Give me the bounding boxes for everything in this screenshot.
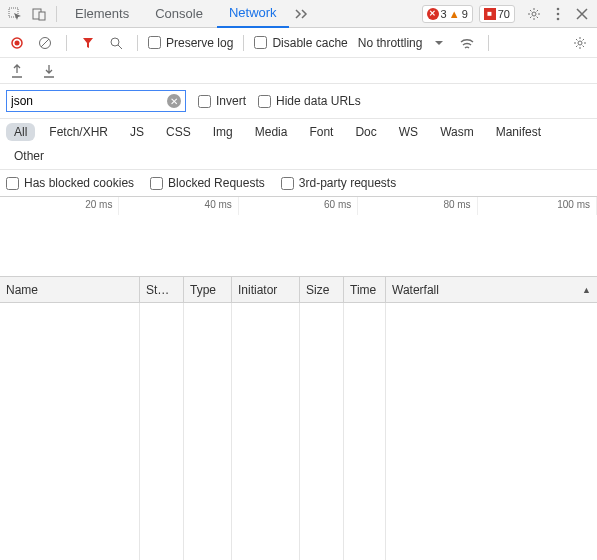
disable-cache-checkbox[interactable]: Disable cache: [254, 36, 347, 50]
type-font[interactable]: Font: [301, 123, 341, 141]
filter-bar: ✕ Invert Hide data URLs: [0, 84, 597, 119]
svg-point-6: [557, 17, 560, 20]
network-settings-icon[interactable]: [569, 32, 591, 54]
tab-elements[interactable]: Elements: [63, 0, 141, 28]
svg-line-10: [41, 39, 49, 47]
svg-line-12: [118, 45, 122, 49]
throttling-dropdown-icon[interactable]: [428, 32, 450, 54]
tab-console[interactable]: Console: [143, 0, 215, 28]
record-icon[interactable]: [6, 32, 28, 54]
throttling-label: No throttling: [358, 36, 423, 50]
timeline-overview[interactable]: 20 ms 40 ms 60 ms 80 ms 100 ms: [0, 197, 597, 277]
issues-count: 70: [498, 8, 510, 20]
blocked-cookies-checkbox[interactable]: Has blocked cookies: [6, 176, 134, 190]
search-icon[interactable]: [105, 32, 127, 54]
type-manifest[interactable]: Manifest: [488, 123, 549, 141]
timeline-tick: 100 ms: [478, 197, 597, 215]
gear-icon[interactable]: [523, 3, 545, 25]
separator: [243, 35, 244, 51]
svg-rect-2: [39, 12, 45, 20]
warning-icon: ▲: [449, 8, 460, 20]
col-size[interactable]: Size: [300, 277, 344, 302]
separator: [66, 35, 67, 51]
hide-data-urls-checkbox[interactable]: Hide data URLs: [258, 94, 361, 108]
timeline-tick: 40 ms: [119, 197, 238, 215]
svg-point-5: [557, 12, 560, 15]
network-conditions-icon[interactable]: [456, 32, 478, 54]
svg-point-4: [557, 7, 560, 10]
type-media[interactable]: Media: [247, 123, 296, 141]
clear-filter-icon[interactable]: ✕: [167, 94, 181, 108]
import-export-toolbar: [0, 58, 597, 84]
col-waterfall[interactable]: Waterfall ▲: [386, 277, 597, 302]
svg-point-3: [532, 12, 536, 16]
timeline-tick: 80 ms: [358, 197, 477, 215]
filter-input-wrap[interactable]: ✕: [6, 90, 186, 112]
resource-type-filter: All Fetch/XHR JS CSS Img Media Font Doc …: [0, 119, 597, 170]
col-type[interactable]: Type: [184, 277, 232, 302]
network-table-body: [0, 303, 597, 560]
close-icon[interactable]: [571, 3, 593, 25]
network-table-header: Name St… Type Initiator Size Time Waterf…: [0, 277, 597, 303]
sort-arrow-icon: ▲: [582, 285, 591, 295]
type-fetch[interactable]: Fetch/XHR: [41, 123, 116, 141]
type-all[interactable]: All: [6, 123, 35, 141]
issues-icon: ■: [484, 8, 496, 20]
svg-point-11: [111, 38, 119, 46]
col-status[interactable]: St…: [140, 277, 184, 302]
timeline-tick: 20 ms: [0, 197, 119, 215]
svg-point-8: [15, 40, 20, 45]
col-name[interactable]: Name: [0, 277, 140, 302]
error-count: 3: [441, 8, 447, 20]
clear-icon[interactable]: [34, 32, 56, 54]
type-wasm[interactable]: Wasm: [432, 123, 482, 141]
invert-checkbox[interactable]: Invert: [198, 94, 246, 108]
preserve-log-checkbox[interactable]: Preserve log: [148, 36, 233, 50]
type-ws[interactable]: WS: [391, 123, 426, 141]
device-toolbar-icon[interactable]: [28, 3, 50, 25]
filter-input[interactable]: [11, 94, 167, 108]
timeline-tick: 60 ms: [239, 197, 358, 215]
warning-count: 9: [462, 8, 468, 20]
third-party-checkbox[interactable]: 3rd-party requests: [281, 176, 396, 190]
type-css[interactable]: CSS: [158, 123, 199, 141]
import-har-icon[interactable]: [38, 60, 60, 82]
issue-badges[interactable]: ✕ 3 ▲ 9 ■ 70: [422, 5, 515, 23]
devtools-tabbar: Elements Console Network ✕ 3 ▲ 9 ■ 70: [0, 0, 597, 28]
svg-point-13: [578, 41, 582, 45]
col-time[interactable]: Time: [344, 277, 386, 302]
filter-icon[interactable]: [77, 32, 99, 54]
network-toolbar: Preserve log Disable cache No throttling: [0, 28, 597, 58]
export-har-icon[interactable]: [6, 60, 28, 82]
separator: [137, 35, 138, 51]
type-doc[interactable]: Doc: [347, 123, 384, 141]
extra-filters: Has blocked cookies Blocked Requests 3rd…: [0, 170, 597, 197]
separator: [56, 6, 57, 22]
inspect-icon[interactable]: [4, 3, 26, 25]
col-initiator[interactable]: Initiator: [232, 277, 300, 302]
tab-network[interactable]: Network: [217, 0, 289, 28]
kebab-menu-icon[interactable]: [547, 3, 569, 25]
error-icon: ✕: [427, 8, 439, 20]
separator: [488, 35, 489, 51]
type-js[interactable]: JS: [122, 123, 152, 141]
more-tabs-icon[interactable]: [291, 3, 313, 25]
type-other[interactable]: Other: [6, 147, 52, 165]
type-img[interactable]: Img: [205, 123, 241, 141]
blocked-requests-checkbox[interactable]: Blocked Requests: [150, 176, 265, 190]
